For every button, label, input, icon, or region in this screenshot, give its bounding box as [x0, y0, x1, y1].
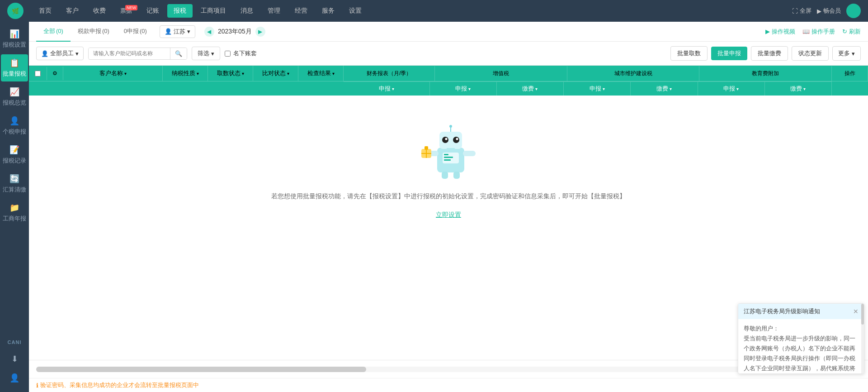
account-checkbox[interactable] — [225, 51, 231, 57]
svg-point-3 — [453, 137, 459, 143]
sidebar-item-settlement[interactable]: 🔄 汇算清缴 — [1, 170, 28, 197]
filter-icon: ▾ — [670, 86, 672, 91]
th-compare-status[interactable]: 比对状态 ▾ — [253, 66, 298, 81]
th-check-result[interactable]: 检查结果 ▾ — [298, 66, 344, 81]
filter-icon: ▾ — [332, 71, 335, 76]
sidebar-item-batch-tax[interactable]: 📋 批量报税 — [1, 54, 28, 81]
th-finance: 财务报表（月/季） — [344, 66, 435, 81]
sidebar-item-user-profile[interactable]: 👤 — [1, 369, 28, 387]
nav-business[interactable]: 工商项目 — [194, 4, 232, 18]
table-header-main-row: ⚙ 客户名称 ▾ 纳税性质 ▾ 取数状态 ▾ 比对状态 — [29, 66, 868, 81]
month-navigation: ◀ 2023年05月 ▶ — [204, 27, 265, 37]
cani-brand: CANI — [6, 336, 24, 349]
sub-th-city-pay[interactable]: 缴费 ▾ — [631, 81, 698, 96]
sidebar-bottom: CANI ⬇ 👤 — [1, 336, 28, 392]
nav-tax[interactable]: 报税 — [167, 4, 193, 18]
th-education-fee: 教育费附加 — [699, 66, 832, 81]
select-all-checkbox[interactable] — [35, 71, 41, 76]
nav-fee[interactable]: 收费 — [87, 4, 112, 18]
notification-scrollbar[interactable] — [861, 304, 864, 373]
th-gear[interactable]: ⚙ — [47, 67, 63, 80]
th-customer-name[interactable]: 客户名称 ▾ — [63, 66, 163, 81]
more-button[interactable]: 更多 ▾ — [832, 46, 861, 61]
sub-th-vat-pay[interactable]: 缴费 ▾ — [497, 81, 564, 96]
search-box: 🔍 — [88, 48, 187, 60]
batch-report-button[interactable]: 批量申报 — [711, 47, 747, 60]
filter-button[interactable]: 筛选 ▾ — [192, 47, 220, 60]
nav-home[interactable]: 首页 — [33, 4, 58, 18]
notification-panel: 江苏电子税务局升级影响通知 ✕ 尊敬的用户： 受当前电子税务局进一步升级的影响，… — [738, 303, 864, 374]
sidebar-item-download[interactable]: ⬇ — [1, 350, 28, 368]
region-selector[interactable]: 👤 江苏 ▾ — [160, 25, 195, 38]
empty-state: 若您想使用批量报税功能，请先在【报税设置】中进行报税的初始化设置，完成密码验证和… — [29, 96, 868, 246]
video-icon: ▶ — [765, 28, 770, 35]
svg-rect-10 — [453, 172, 460, 179]
download-icon: ⬇ — [11, 354, 18, 364]
nav-bookkeeping[interactable]: 记账 — [140, 4, 165, 18]
sidebar-item-tax-overview[interactable]: 📈 报税总览 — [1, 83, 28, 110]
nav-message[interactable]: 消息 — [234, 4, 259, 18]
annual-report-icon: 📁 — [9, 203, 19, 213]
scrollbar-thumb — [36, 367, 366, 372]
nav-customer[interactable]: 客户 — [60, 4, 85, 18]
nav-invoice[interactable]: 票据 NEW — [114, 4, 138, 18]
employee-select[interactable]: 👤 全部员工 ▾ — [36, 47, 84, 60]
th-tax-type[interactable]: 纳税性质 ▾ — [163, 66, 208, 81]
fullscreen-button[interactable]: ⛶ 全屏 — [792, 7, 811, 15]
sidebar-item-annual-report[interactable]: 📁 工商年报 — [1, 199, 28, 226]
avatar[interactable] — [846, 4, 861, 18]
member-button[interactable]: ▶ 畅会员 — [817, 7, 841, 15]
nav-service[interactable]: 服务 — [316, 4, 341, 18]
chevron-down-icon: ▾ — [211, 50, 214, 57]
tabs-bar: 全部 (0) 税款申报 (0) 0申报 (0) 👤 江苏 ▾ ◀ 2023年05… — [29, 22, 868, 42]
tax-settings-icon: 📊 — [9, 29, 19, 39]
top-navigation: 🌿 首页 客户 收费 票据 NEW 记账 报税 工商项目 消息 管理 经营 服务… — [0, 0, 868, 22]
prev-month-button[interactable]: ◀ — [204, 27, 214, 37]
th-operation: 操作 — [832, 66, 868, 81]
svg-point-2 — [442, 137, 448, 143]
tabs-right-actions: ▶ 操作视频 📖 操作手册 ↻ 刷新 — [765, 28, 861, 36]
sub-th-finance-report[interactable]: 申报 ▾ — [344, 81, 430, 96]
account-checkbox-label[interactable]: 名下账套 — [225, 49, 257, 57]
th-checkbox[interactable] — [29, 67, 47, 80]
svg-rect-6 — [447, 148, 455, 150]
nav-manage[interactable]: 管理 — [261, 4, 287, 18]
filter-icon: ▾ — [242, 71, 244, 76]
status-update-button[interactable]: 状态更新 — [792, 46, 829, 61]
operation-manual-link[interactable]: 📖 操作手册 — [802, 28, 835, 36]
sidebar-item-tax-settings[interactable]: 📊 报税设置 — [1, 25, 28, 53]
tab-zero-report[interactable]: 0申报 (0) — [117, 22, 154, 42]
svg-point-4 — [445, 138, 448, 140]
sub-th-vat-report[interactable]: 申报 ▾ — [430, 81, 497, 96]
sub-th-city-report[interactable]: 申报 ▾ — [564, 81, 631, 96]
scrollbar-area[interactable] — [36, 367, 861, 372]
tab-all[interactable]: 全部 (0) — [36, 22, 71, 42]
toolbar-right: 批量取数 批量申报 批量缴费 状态更新 更多 ▾ — [670, 46, 861, 61]
notification-close-button[interactable]: ✕ — [853, 308, 859, 315]
next-month-button[interactable]: ▶ — [255, 27, 265, 37]
filter-icon: ▾ — [197, 71, 199, 76]
sub-th-edu-report[interactable]: 申报 ▾ — [698, 81, 765, 96]
svg-rect-19 — [444, 157, 453, 158]
user-profile-icon: 👤 — [9, 373, 19, 383]
setup-link[interactable]: 立即设置 — [436, 211, 461, 219]
svg-point-16 — [449, 125, 452, 128]
batch-fetch-button[interactable]: 批量取数 — [670, 46, 708, 61]
sidebar: 📊 报税设置 📋 批量报税 📈 报税总览 👤 个税申报 📝 报税记录 🔄 汇算清… — [0, 22, 29, 392]
notification-header: 江苏电子税务局升级影响通知 ✕ — [738, 304, 864, 319]
app-logo[interactable]: 🌿 — [7, 3, 24, 19]
table-header-sub-row: 申报 ▾ 申报 ▾ 缴费 ▾ 申报 ▾ — [29, 81, 868, 96]
nav-settings[interactable]: 设置 — [343, 4, 368, 18]
tab-tax-report[interactable]: 税款申报 (0) — [71, 22, 117, 42]
search-button[interactable]: 🔍 — [170, 48, 187, 59]
batch-pay-button[interactable]: 批量缴费 — [751, 46, 788, 61]
nav-operation[interactable]: 经营 — [288, 4, 314, 18]
search-input[interactable] — [89, 48, 170, 59]
th-fetch-status[interactable]: 取数状态 ▾ — [208, 66, 253, 81]
sidebar-item-tax-records[interactable]: 📝 报税记录 — [1, 141, 28, 168]
sub-th-edu-pay[interactable]: 缴费 ▾ — [765, 81, 832, 96]
sidebar-item-personal-tax[interactable]: 👤 个税申报 — [1, 112, 28, 139]
refresh-link[interactable]: ↻ 刷新 — [842, 28, 861, 36]
employee-icon: 👤 — [41, 50, 48, 57]
operation-video-link[interactable]: ▶ 操作视频 — [765, 28, 795, 36]
